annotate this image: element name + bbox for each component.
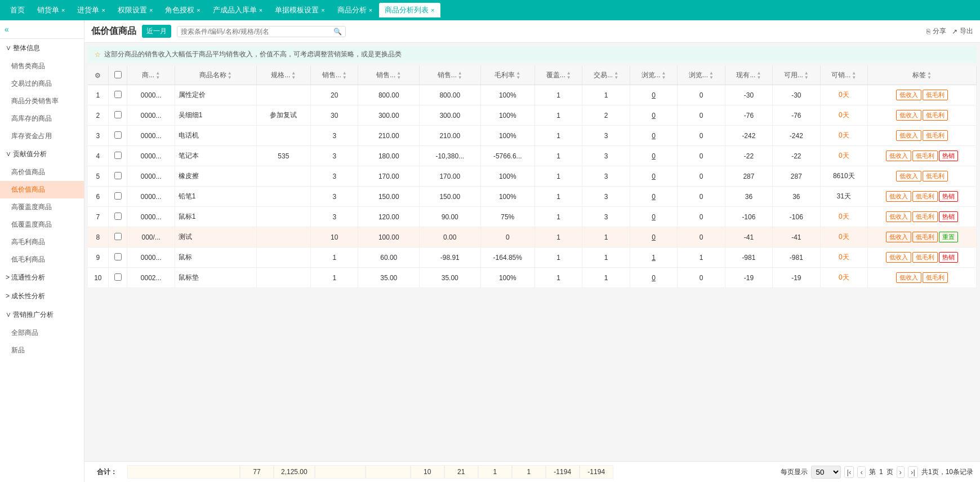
sidebar-group-contribution[interactable]: ∨ 贡献值分析 (0, 145, 84, 163)
row-checkbox[interactable] (108, 207, 127, 227)
row-select[interactable] (114, 273, 122, 281)
row-no: 5 (88, 166, 108, 187)
sidebar-group-growth[interactable]: > 成长性分析 (0, 287, 84, 306)
nav-product-stock[interactable]: 产成品入库单 × (207, 3, 268, 17)
nav-close-product-analysis[interactable]: × (369, 7, 372, 14)
row-select[interactable] (114, 131, 122, 139)
nav-role-auth[interactable]: 角色授权 × (159, 3, 206, 17)
row-view1[interactable]: 0 (630, 207, 677, 227)
row-select[interactable] (114, 152, 122, 159)
nav-product-analysis[interactable]: 商品分析 × (332, 3, 378, 17)
sidebar-item-category-sales[interactable]: 商品分类销售率 (0, 92, 84, 110)
row-checkbox[interactable] (108, 146, 127, 166)
row-checkbox[interactable] (108, 247, 127, 268)
row-select[interactable] (114, 213, 122, 220)
sidebar-item-high-stock[interactable]: 高库存的商品 (0, 110, 84, 127)
first-page-btn[interactable]: |‹ (844, 466, 854, 478)
nav-close-role[interactable]: × (197, 7, 200, 14)
nav-close-sales[interactable]: × (61, 7, 65, 14)
col-settings[interactable]: ⚙ (88, 66, 108, 85)
row-sale1: 35.00 (358, 268, 420, 288)
table-row: 7 0000... 鼠标1 3 120.00 90.00 75% 1 3 0 0… (88, 207, 977, 227)
row-select[interactable] (114, 91, 122, 98)
nav-close-purchase[interactable]: × (101, 7, 105, 14)
row-stock: -106 (725, 207, 772, 227)
nav-home[interactable]: 首页 (5, 3, 30, 17)
row-checkbox[interactable] (108, 268, 127, 288)
nav-close-template[interactable]: × (321, 7, 324, 14)
export-button[interactable]: ↗ 导出 (952, 26, 973, 36)
row-salable: 0天 (820, 247, 867, 268)
row-view1[interactable]: 0 (630, 126, 677, 146)
row-checkbox[interactable] (108, 187, 127, 207)
row-view1[interactable]: 0 (630, 105, 677, 126)
row-checkbox[interactable] (108, 227, 127, 247)
row-select[interactable] (114, 172, 122, 179)
sidebar-item-low-margin[interactable]: 低毛利商品 (0, 251, 84, 268)
row-checkbox[interactable] (108, 126, 127, 146)
sidebar-item-high-margin[interactable]: 高毛利商品 (0, 233, 84, 251)
row-view1[interactable]: 0 (630, 146, 677, 166)
row-checkbox[interactable] (108, 105, 127, 126)
row-qty: 3 (311, 166, 358, 187)
sidebar-collapse-btn[interactable]: « (2, 24, 11, 35)
total-view1: 1 (478, 465, 512, 479)
sidebar-item-low-value[interactable]: 低价值商品 (0, 181, 84, 198)
sidebar-item-sales-products[interactable]: 销售类商品 (0, 58, 84, 75)
row-no: 1 (88, 85, 108, 105)
row-trade: 1 (582, 227, 630, 247)
sidebar-group-circulation[interactable]: > 流通性分析 (0, 268, 84, 287)
share-button[interactable]: ⎘ 分享 (926, 26, 946, 36)
tag: 低收入 (896, 90, 921, 100)
row-view1[interactable]: 1 (630, 247, 677, 268)
sidebar-item-all-products[interactable]: 全部商品 (0, 324, 84, 342)
nav-purchase[interactable]: 进货单 × (72, 3, 110, 17)
prev-page-btn[interactable]: ‹ (857, 466, 865, 478)
row-code: 000/... (127, 227, 175, 247)
row-select[interactable] (114, 111, 122, 118)
nav-permission[interactable]: 权限设置 × (112, 3, 158, 17)
sidebar-group-overall[interactable]: ∨ 整体信息 (0, 39, 84, 58)
row-code: 0000... (127, 247, 175, 268)
last-page-btn[interactable]: ›| (908, 466, 918, 478)
nav-sales-order[interactable]: 销货单 × (32, 3, 70, 17)
row-select[interactable] (114, 233, 122, 240)
nav-close-product-list[interactable]: × (431, 7, 434, 14)
sidebar-item-low-coverage[interactable]: 低覆盖度商品 (0, 216, 84, 233)
row-view1[interactable]: 0 (630, 187, 677, 207)
sidebar-item-high-coverage[interactable]: 高覆盖度商品 (0, 198, 84, 216)
nav-close-product-stock[interactable]: × (259, 7, 262, 14)
next-page-btn[interactable]: › (897, 466, 905, 478)
sidebar-item-high-value[interactable]: 高价值商品 (0, 163, 84, 181)
sidebar-item-new-products[interactable]: 新品 (0, 342, 84, 359)
row-view1[interactable]: 0 (630, 227, 677, 247)
row-view1[interactable]: 0 (630, 85, 677, 105)
sidebar-item-stock-capital[interactable]: 库存资金占用 (0, 127, 84, 145)
select-all-checkbox[interactable] (114, 71, 122, 78)
nav-template[interactable]: 单据模板设置 × (269, 3, 330, 17)
sidebar-item-traded[interactable]: 交易过的商品 (0, 75, 84, 92)
nav-close-permission[interactable]: × (149, 7, 153, 14)
row-select[interactable] (114, 192, 122, 200)
row-sale1: 300.00 (358, 105, 420, 126)
tag: 低收入 (886, 252, 911, 263)
total-stock: -1194 (546, 465, 580, 479)
row-select[interactable] (114, 253, 122, 260)
row-view1[interactable]: 0 (630, 268, 677, 288)
row-checkbox[interactable] (108, 85, 127, 105)
row-qty: 10 (311, 227, 358, 247)
col-checkbox[interactable] (108, 66, 127, 85)
table-container[interactable]: ⚙ 商...▲▼ 商品名称▲▼ 规格...▲▼ 销售...▲▼ 销售...▲▼ … (84, 66, 980, 461)
search-input[interactable] (181, 28, 333, 36)
sidebar-group-marketing[interactable]: ∨ 营销推广分析 (0, 306, 84, 324)
row-checkbox[interactable] (108, 166, 127, 187)
tag: 低收入 (896, 110, 921, 121)
date-filter-button[interactable]: 近一月 (142, 25, 171, 38)
page-size-select[interactable]: 50 100 200 (811, 466, 841, 479)
search-icon[interactable]: 🔍 (333, 28, 342, 36)
row-view1[interactable]: 0 (630, 166, 677, 187)
header-bar: 低价值商品 近一月 🔍 ⎘ 分享 ↗ 导出 (84, 20, 980, 43)
row-code: 0000... (127, 126, 175, 146)
footer: 合计： 77 2,125.00 10 21 1 1 -1194 -1194 每页… (84, 461, 980, 482)
nav-product-list[interactable]: 商品分析列表 × (379, 3, 440, 17)
